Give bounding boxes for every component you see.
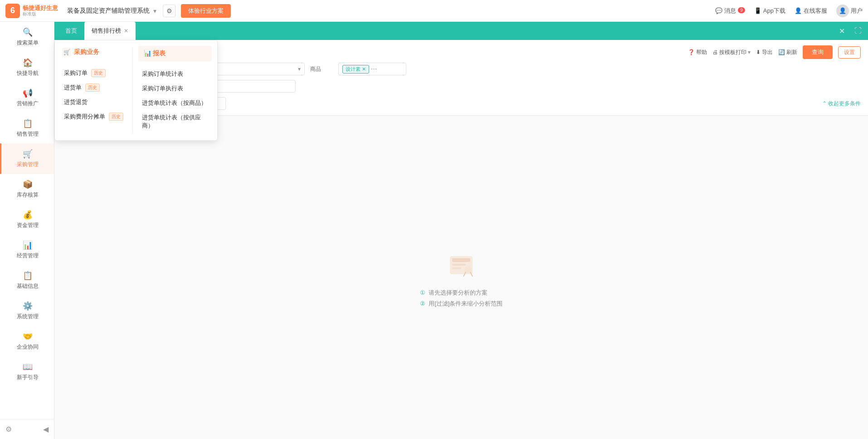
- dropdown-item-order-exec[interactable]: 采购订单执行表: [140, 81, 210, 96]
- tab-bar-right: ✕ ⛶: [835, 25, 864, 37]
- industry-button[interactable]: 体验行业方案: [181, 4, 231, 18]
- tab-bar: 首页 销售排行榜 ✕ ✕ ⛶: [54, 22, 868, 40]
- message-badge: 9: [738, 7, 745, 13]
- sidebar-label-inventory: 库存核算: [17, 191, 39, 199]
- sidebar-label-purchase: 采购管理: [17, 161, 39, 168]
- goods-label: 商品: [310, 65, 333, 73]
- help-button[interactable]: ❓ 帮助: [688, 49, 707, 56]
- logo-icon: 6: [5, 4, 20, 18]
- sales-icon: 📋: [23, 118, 33, 128]
- sidebar-item-guide[interactable]: 📖 新手引导: [0, 356, 54, 387]
- dropdown-col-purchase: 🛒 采购业务 采购订单 历史 进货单 历史 进货退货 采购费用分摊单 历史: [62, 48, 132, 133]
- history-tag-1: 历史: [85, 84, 100, 92]
- svg-rect-3: [452, 267, 461, 269]
- purchase-icon: 🛒: [23, 149, 33, 159]
- user-area[interactable]: 👤 用户: [836, 5, 863, 17]
- sidebar-item-marketing[interactable]: 📢 营销推广: [0, 83, 54, 113]
- dropdown-item-order-stat[interactable]: 采购订单统计表: [140, 67, 210, 81]
- inventory-icon: 📦: [23, 179, 33, 189]
- collapse-button[interactable]: ⌃ 收起更多条件: [822, 100, 861, 108]
- settings-button[interactable]: 设置: [838, 46, 861, 59]
- dropdown-purchase-title: 🛒 采购业务: [62, 48, 132, 60]
- logo-area: 6 畅捷通好生意 标准版: [5, 4, 60, 18]
- query-button[interactable]: 查询: [803, 45, 833, 59]
- system-title-area: 装备及固定资产辅助管理系统 ▾ ⚙: [67, 5, 176, 17]
- top-header: 6 畅捷通好生意 标准版 装备及固定资产辅助管理系统 ▾ ⚙ 体验行业方案 💬 …: [0, 0, 868, 22]
- sidebar-label-system: 系统管理: [17, 313, 39, 321]
- dropdown-item-inbound-stat-supplier[interactable]: 进货单统计表（按供应商）: [140, 110, 210, 133]
- sidebar-label-basic: 基础信息: [17, 282, 39, 290]
- sidebar-item-inventory[interactable]: 📦 库存核算: [0, 174, 54, 204]
- svg-rect-1: [452, 258, 470, 262]
- sidebar-label-enterprise: 企业协同: [17, 343, 39, 351]
- finance-icon: 💰: [23, 210, 33, 220]
- print-button[interactable]: 🖨 按模板打印 ▾: [712, 49, 751, 56]
- salesman-select[interactable]: ···: [205, 80, 296, 93]
- marketing-icon: 📢: [23, 88, 33, 98]
- sidebar-item-purchase[interactable]: 🛒 采购管理: [0, 143, 54, 174]
- sidebar-label-guide: 新手引导: [17, 374, 39, 381]
- sidebar-item-finance[interactable]: 💰 资金管理: [0, 204, 54, 235]
- sidebar-label-finance: 资金管理: [17, 222, 39, 229]
- user-label: 用户: [851, 7, 863, 15]
- basic-icon: 📋: [23, 271, 33, 281]
- status-caret-icon: ▾: [298, 66, 301, 72]
- system-icon: ⚙️: [23, 301, 33, 311]
- message-button[interactable]: 💬 消息 9: [715, 7, 745, 15]
- tag-remove-icon[interactable]: ✕: [362, 66, 366, 72]
- system-title-text: 装备及固定资产辅助管理系统: [67, 7, 150, 15]
- settings-icon[interactable]: ⚙: [163, 5, 176, 17]
- operation-icon: 📊: [23, 240, 33, 250]
- print-icon: 🖨: [712, 49, 718, 55]
- app-download-button[interactable]: 📱 App下载: [754, 7, 785, 15]
- sidebar-item-enterprise[interactable]: 🤝 企业协同: [0, 326, 54, 356]
- close-all-icon[interactable]: ✕: [835, 25, 848, 37]
- export-button[interactable]: ⬇ 导出: [756, 49, 773, 56]
- collapse-up-icon: ⌃: [822, 100, 827, 107]
- sidebar-item-system[interactable]: ⚙️ 系统管理: [0, 296, 54, 326]
- title-arrow-icon[interactable]: ▾: [153, 7, 156, 15]
- phone-icon: 📱: [754, 7, 761, 14]
- tab-home[interactable]: 首页: [58, 22, 84, 40]
- expand-icon[interactable]: ⛶: [852, 25, 864, 37]
- tab-sales-rank[interactable]: 销售排行榜 ✕: [84, 22, 136, 40]
- sidebar-settings-icon[interactable]: ⚙: [5, 425, 12, 434]
- doc-status-select[interactable]: ▾: [214, 63, 305, 75]
- goods-select[interactable]: 设计素 ✕ ···: [338, 63, 406, 75]
- dropdown-item-inbound[interactable]: 进货单 历史: [62, 80, 132, 95]
- purchase-col-icon: 🛒: [62, 48, 71, 57]
- service-icon: 👤: [795, 7, 802, 14]
- dropdown-report-title: 📊 报表: [138, 46, 212, 61]
- history-tag-0: 历史: [91, 69, 106, 77]
- goods-ellipsis[interactable]: ···: [371, 65, 377, 73]
- sidebar-item-quick[interactable]: 🏠 快捷导航: [0, 52, 54, 83]
- sidebar-label-marketing: 营销推广: [17, 100, 39, 108]
- sidebar-collapse-icon[interactable]: ◀: [43, 425, 49, 434]
- dropdown-item-purchase-order[interactable]: 采购订单 历史: [62, 66, 132, 80]
- history-tag-3: 历史: [109, 113, 123, 121]
- sidebar-label-search: 搜索菜单: [17, 39, 39, 47]
- help-icon: ❓: [688, 49, 695, 55]
- sidebar-item-operation[interactable]: 📊 经营管理: [0, 235, 54, 265]
- empty-illustration: [443, 247, 479, 283]
- sidebar-item-sales[interactable]: 📋 销售管理: [0, 113, 54, 143]
- export-icon: ⬇: [756, 49, 761, 55]
- dropdown-item-return[interactable]: 进货退货: [62, 95, 132, 109]
- sidebar-label-operation: 经营管理: [17, 252, 39, 260]
- sidebar-bottom: ⚙ ◀: [0, 419, 54, 439]
- empty-hint-2: ② 用[过滤]条件来缩小分析范围: [420, 300, 503, 308]
- tab-home-label: 首页: [65, 27, 77, 35]
- avatar: 👤: [836, 5, 849, 17]
- sidebar-label-quick: 快捷导航: [17, 69, 39, 77]
- tab-close-icon[interactable]: ✕: [124, 28, 128, 34]
- empty-state: ① 请先选择要分析的方案 ② 用[过滤]条件来缩小分析范围: [54, 116, 868, 439]
- sidebar-item-search[interactable]: 🔍 搜索菜单: [0, 22, 54, 52]
- refresh-button[interactable]: 🔄 刷新: [778, 49, 797, 56]
- purchase-dropdown-menu: 🛒 采购业务 采购订单 历史 进货单 历史 进货退货 采购费用分摊单 历史 📊 …: [54, 40, 218, 141]
- sidebar-item-basic[interactable]: 📋 基础信息: [0, 265, 54, 296]
- dropdown-item-inbound-stat-goods[interactable]: 进货单统计表（按商品）: [140, 96, 210, 110]
- sidebar: 🔍 搜索菜单 🏠 快捷导航 📢 营销推广 📋 销售管理 🛒 采购管理 📦 库存核…: [0, 22, 54, 439]
- home-icon: 🏠: [23, 58, 33, 68]
- online-service-button[interactable]: 👤 在线客服: [795, 7, 827, 15]
- dropdown-item-cost[interactable]: 采购费用分摊单 历史: [62, 109, 132, 124]
